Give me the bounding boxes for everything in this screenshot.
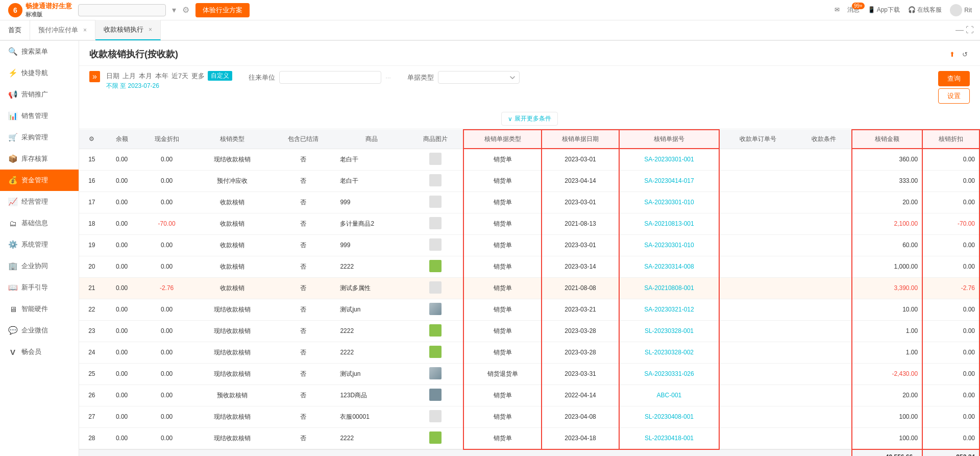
refresh-button[interactable]: ↺ — [962, 51, 970, 58]
cell-verify-disc: 0.00 — [922, 149, 979, 170]
maximize-icon[interactable]: ⛶ — [966, 26, 974, 35]
table-body: 15 0.00 0.00 现结收款核销 否 老白干 销货单 2023-03-01… — [79, 149, 979, 449]
cell-verify-amt: 1,000.00 — [852, 256, 922, 277]
cell-pay-cond — [796, 342, 852, 363]
top-right-actions: ✉ 99+ 消息 📱 App下载 🎧 在线客服 Rit — [835, 4, 972, 16]
doc-no-link[interactable]: SA-20230321-012 — [644, 306, 694, 313]
th-gear[interactable]: ⚙ — [79, 130, 105, 149]
partner-more-icon[interactable]: ··· — [385, 74, 391, 81]
doc-no-link[interactable]: SA-20230331-026 — [644, 370, 694, 377]
app-download-button[interactable]: 📱 App下载 — [868, 6, 900, 14]
date-this-year[interactable]: 本年 — [155, 71, 168, 81]
doc-no-link[interactable]: SA-20230301-010 — [644, 242, 694, 249]
cell-balance: 0.00 — [105, 149, 139, 170]
page-title: 收款核销执行(按收款) — [89, 48, 178, 60]
doc-no-link[interactable]: SL-20230408-001 — [645, 413, 694, 420]
cell-order-no — [719, 256, 796, 277]
monitor-icon: 🖥 — [8, 305, 17, 314]
book-icon: 📖 — [8, 283, 17, 292]
cell-pay-cond — [796, 213, 852, 234]
sidebar-item-marketing[interactable]: 📢 营销推广 — [0, 84, 79, 105]
date-last-month[interactable]: 上月 — [122, 71, 136, 81]
doc-no-link[interactable]: SL-20230328-002 — [645, 349, 694, 356]
cell-doc-type: 销货单 — [463, 427, 541, 449]
cell-balance: 0.00 — [105, 363, 139, 385]
partner-input[interactable] — [279, 71, 381, 84]
refresh-icon: ↺ — [962, 51, 968, 58]
sidebar-item-basic-info[interactable]: 🗂 基础信息 — [0, 212, 79, 234]
chevron-down-icon[interactable]: ▾ — [172, 5, 176, 15]
cell-doc-date: 2023-03-21 — [542, 299, 619, 320]
cell-pay-cond — [796, 234, 852, 256]
date-7days[interactable]: 近7天 — [172, 71, 188, 81]
doc-no-link[interactable]: SA-20210808-001 — [644, 284, 694, 292]
sidebar-item-hardware[interactable]: 🖥 智能硬件 — [0, 298, 79, 320]
cell-doc-date: 2023-03-28 — [542, 342, 619, 363]
doc-no-link[interactable]: ABC-001 — [657, 392, 682, 399]
doc-no-link[interactable]: SA-20230314-008 — [644, 263, 694, 270]
doc-no-link[interactable]: SA-20230414-017 — [644, 177, 694, 184]
sidebar-item-wechat[interactable]: 💬 企业微信 — [0, 320, 79, 341]
sidebar-item-finance[interactable]: 💰 资金管理 — [0, 170, 79, 191]
sidebar-item-enterprise[interactable]: 🏢 企业协同 — [0, 255, 79, 277]
customer-service-button[interactable]: 🎧 在线客服 — [908, 6, 942, 14]
doc-no-link[interactable]: SL-20230328-001 — [645, 327, 694, 334]
minimize-icon[interactable]: — — [955, 26, 964, 35]
tab-home[interactable]: 首页 — [0, 20, 30, 40]
doc-no-link[interactable]: SA-20210813-001 — [644, 220, 694, 227]
sidebar-item-sales[interactable]: 📊 销售管理 — [0, 105, 79, 127]
sidebar-item-system[interactable]: ⚙️ 系统管理 — [0, 234, 79, 255]
voucher-type-select[interactable] — [438, 71, 520, 84]
solution-button[interactable]: 体验行业方案 — [195, 3, 250, 17]
close-prepay-icon[interactable]: × — [83, 27, 87, 34]
date-this-month[interactable]: 本月 — [139, 71, 152, 81]
cell-order-no — [719, 342, 796, 363]
doc-no-link[interactable]: SA-20230301-010 — [644, 199, 694, 206]
footer-verify-disc: 952.24 — [922, 449, 979, 457]
query-button[interactable]: 查询 — [938, 71, 970, 86]
cell-doc-date: 2021-08-08 — [542, 277, 619, 299]
close-verify-icon[interactable]: × — [149, 26, 152, 33]
tab-prepay[interactable]: 预付冲应付单 × — [30, 20, 95, 40]
cell-goods: 2222 — [336, 427, 407, 449]
tab-verify[interactable]: 收款核销执行 × — [95, 20, 161, 40]
date-custom-button[interactable]: 自定义 — [208, 71, 232, 81]
doc-no-link[interactable]: SA-20230301-001 — [644, 156, 694, 163]
th-doc-no: 核销单据号 — [619, 130, 719, 149]
sidebar-item-guide[interactable]: 📖 新手引导 — [0, 277, 79, 298]
cell-doc-date: 2023-03-14 — [542, 256, 619, 277]
message-button[interactable]: ✉ 99+ 消息 — [835, 6, 860, 14]
cell-doc-no: ABC-001 — [619, 385, 719, 406]
table-row: 17 0.00 0.00 收款核销 否 999 销货单 2023-03-01 S… — [79, 191, 979, 213]
table-area[interactable]: ⚙ 余额 现金折扣 核销类型 包含已结清 商品 商品图片 核销单据类型 核销单据… — [79, 129, 980, 456]
gear-icon[interactable]: ⚙ — [182, 5, 189, 15]
cell-pay-cond — [796, 191, 852, 213]
doc-no-link[interactable]: SL-20230418-001 — [645, 435, 694, 442]
sidebar-item-vip[interactable]: V 畅会员 — [0, 341, 79, 363]
cart-icon: 🛒 — [8, 133, 17, 142]
headset-icon: 🎧 — [908, 6, 916, 13]
sidebar-item-inventory[interactable]: 📦 库存核算 — [0, 148, 79, 170]
cell-pay-cond — [796, 385, 852, 406]
cell-pay-cond — [796, 406, 852, 427]
data-table: ⚙ 余额 现金折扣 核销类型 包含已结清 商品 商品图片 核销单据类型 核销单据… — [79, 129, 980, 456]
export-button[interactable]: ⬆ — [949, 51, 957, 58]
user-info[interactable]: Rit — [950, 4, 972, 16]
settings-button[interactable]: 设置 — [938, 88, 970, 104]
table-row: 23 0.00 0.00 现结收款核销 否 2222 销货单 2023-03-2… — [79, 320, 979, 342]
sidebar-item-quick-nav[interactable]: ⚡ 快捷导航 — [0, 62, 79, 84]
expand-more-button[interactable]: ∨ 展开更多条件 — [501, 112, 558, 126]
cell-no: 18 — [79, 213, 105, 234]
date-more[interactable]: 更多 — [191, 71, 205, 81]
sidebar-item-purchase[interactable]: 🛒 采购管理 — [0, 127, 79, 148]
collapse-filter-button[interactable]: » — [89, 71, 100, 82]
search-input[interactable] — [78, 4, 166, 16]
cell-doc-no: SL-20230408-001 — [619, 406, 719, 427]
logo-icon: 6 — [8, 3, 22, 17]
cell-goods-img — [407, 256, 463, 277]
cell-cash-discount: 0.00 — [139, 299, 194, 320]
cell-doc-type: 销货单 — [463, 320, 541, 342]
sidebar-item-management[interactable]: 📈 经营管理 — [0, 191, 79, 212]
sidebar-item-search[interactable]: 🔍 搜索菜单 — [0, 41, 79, 62]
cell-doc-type: 销货单 — [463, 256, 541, 277]
